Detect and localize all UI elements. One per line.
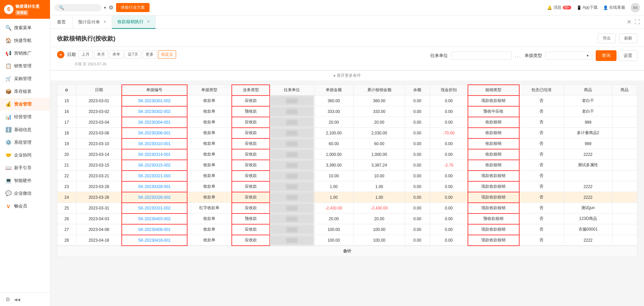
col-date[interactable]: 日期 [76, 85, 122, 96]
bill-no-link[interactable]: SK-20230301-002 [138, 99, 170, 103]
row-cash-discount: 0.00 [430, 171, 468, 181]
notification-btn[interactable]: 🔔 消息 99+ [547, 5, 571, 10]
row-partner: ████ [270, 96, 314, 106]
sidebar-item-search[interactable]: 🔍 搜索菜单 [0, 21, 50, 34]
industry-btn[interactable]: 体验行业方案 [116, 3, 150, 12]
col-include-cleared[interactable]: 包含已结清 [519, 85, 564, 96]
sidebar-item-basic[interactable]: ℹ️ 基础信息 [0, 123, 50, 136]
sidebar-item-wechat[interactable]: 💬 企业微信 [0, 187, 50, 200]
row-include-cleared: 否 [519, 235, 564, 246]
settings-icon[interactable]: ⚙ [5, 296, 10, 303]
row-cash-discount: 0.00 [430, 192, 468, 203]
bill-no-link[interactable]: SK-20230308-001 [138, 131, 170, 135]
row-goods [564, 171, 612, 181]
sidebar-item-inventory[interactable]: 📦 库存核算 [0, 85, 50, 98]
col-write-off-amount[interactable]: 累计核销金额 [354, 85, 405, 96]
online-service-btn[interactable]: 👤 在线客服 [603, 5, 625, 10]
tab-prepay[interactable]: 预计应付单 ✕ [73, 15, 112, 29]
filter-expand-btn[interactable]: » [57, 51, 64, 58]
sidebar-item-system[interactable]: ⚙️ 系统管理 [0, 136, 50, 149]
date-range-display: 不限 至 2023-07-26 [74, 61, 424, 67]
topbar-search[interactable]: 🔍 [54, 4, 101, 11]
sidebar-item-marketing[interactable]: 📢 营销推广 [0, 47, 50, 60]
sidebar-item-member[interactable]: V 畅会员 [0, 200, 50, 212]
date-btn-7days[interactable]: 近7天 [125, 50, 141, 59]
settings-btn[interactable]: 设置 [619, 50, 637, 61]
date-btn-custom[interactable]: 自定义 [158, 50, 176, 59]
bill-no-link[interactable]: SK-20230408-001 [138, 227, 170, 232]
sidebar-item-sales[interactable]: 📋 销售管理 [0, 60, 50, 72]
row-include-cleared: 否 [519, 117, 564, 128]
tab-prepay-close[interactable]: ✕ [103, 20, 106, 24]
col-write-off-type[interactable]: 核销类型 [468, 85, 519, 96]
partner-input[interactable] [451, 52, 512, 60]
row-no: 16 [57, 106, 76, 117]
export-btn[interactable]: 导出 [598, 34, 616, 43]
tab-collection[interactable]: 收款核销执行 ✕ [112, 15, 156, 29]
refresh-btn[interactable]: 刷新 [619, 34, 637, 43]
col-goods2[interactable]: 商品 [612, 85, 637, 96]
hardware-icon: 💻 [5, 178, 11, 184]
tab-expand-icon[interactable]: ⛶ [635, 19, 640, 25]
bill-no-link[interactable]: SK-20230304-001 [138, 120, 170, 125]
bill-no-link[interactable]: SK-20230315-002 [138, 163, 170, 168]
topbar-dropdown[interactable]: ▾ [104, 5, 106, 10]
table-row: 21 2023-03-15 SK-20230315-002 收款单 应收款 ██… [57, 160, 637, 171]
bill-no-link[interactable]: SK-20230302-002 [138, 109, 170, 114]
row-include-cleared: 否 [519, 192, 564, 203]
row-bill-type: 收款单 [187, 149, 232, 160]
sidebar-item-guide[interactable]: 📖 新手引导 [0, 162, 50, 174]
collapse-icon[interactable]: ◀◀ [14, 297, 20, 302]
date-btn-last-month[interactable]: 上月 [78, 50, 93, 59]
sidebar-item-finance[interactable]: 💰 资金管理 [0, 98, 50, 111]
col-bill-no[interactable]: 单据编号 [122, 85, 187, 96]
bill-type-select[interactable]: ▾ [545, 52, 592, 60]
bill-no-link[interactable]: SK-20230331-002 [138, 206, 170, 210]
row-cash-discount: 0.00 [430, 117, 468, 128]
sidebar-item-quicknav[interactable]: 🏠 快捷导航 [0, 34, 50, 47]
topbar-gear-icon[interactable]: ⚙ [109, 4, 113, 11]
sidebar: 6 畅捷通好生意 标推版 🔍 搜索菜单 🏠 快捷导航 📢 营销推广 📋 销售管理… [0, 0, 50, 306]
col-balance[interactable]: 余额 [405, 85, 430, 96]
guide-icon: 📖 [5, 165, 11, 171]
col-cash-discount[interactable]: 现金折扣 [430, 85, 468, 96]
col-settings[interactable]: ⚙ [57, 85, 76, 96]
date-btn-this-month[interactable]: 本月 [94, 50, 108, 59]
row-bill-no: SK-20230315-002 [122, 160, 187, 171]
sidebar-item-purchase[interactable]: 🛒 采购管理 [0, 72, 50, 85]
sidebar-item-corp[interactable]: 🤝 企业协同 [0, 149, 50, 162]
table-row: 27 2023-04-08 SK-20230408-001 收款单 应收款 ██… [57, 224, 637, 235]
sidebar-label-basic: 基础信息 [14, 127, 32, 133]
row-biz-type: 应收款 [232, 149, 270, 160]
logo-text-block: 畅捷通好生意 标推版 [15, 4, 40, 15]
marketing-icon: 📢 [5, 50, 11, 56]
col-bill-amount[interactable]: 单据金额 [314, 85, 354, 96]
sidebar-label-system: 系统管理 [14, 139, 32, 145]
sidebar-item-hardware[interactable]: 💻 智能硬件 [0, 174, 50, 187]
col-partner[interactable]: 往来单位 [270, 85, 314, 96]
bill-no-link[interactable]: SK-20230314-001 [138, 152, 170, 157]
col-bill-type[interactable]: 单据类型 [187, 85, 232, 96]
bill-no-link[interactable]: SK-20230328-002 [138, 195, 170, 200]
sidebar-item-business[interactable]: 📊 经营管理 [0, 111, 50, 123]
col-biz-type[interactable]: 业务类型 [232, 85, 270, 96]
user-avatar[interactable]: Rit [631, 3, 640, 12]
date-btn-more[interactable]: 更多 [143, 50, 157, 59]
tab-home[interactable]: 首页 [50, 15, 73, 29]
tab-close-all-icon[interactable]: ✕ [627, 19, 631, 25]
app-download-btn[interactable]: 📱 App下载 [577, 5, 598, 10]
date-btn-this-year[interactable]: 本年 [109, 50, 123, 59]
bill-no-link[interactable]: SK-20230328-001 [138, 184, 170, 189]
bill-no-link[interactable]: SK-20230418-001 [138, 238, 170, 243]
bill-no-link[interactable]: SK-20230310-001 [138, 141, 170, 146]
row-biz-type: 应收款 [232, 181, 270, 192]
query-btn[interactable]: 查询 [596, 50, 616, 61]
tab-collection-close[interactable]: ✕ [147, 19, 150, 24]
table-row: 20 2023-03-14 SK-20230314-001 收款单 应收款 ██… [57, 149, 637, 160]
bill-no-link[interactable]: SK-20230321-003 [138, 174, 170, 178]
row-cash-discount: 0.00 [430, 106, 468, 117]
bill-no-link[interactable]: SK-20230403-002 [138, 217, 170, 221]
row-write-off-amount: 20.00 [354, 213, 405, 224]
col-goods[interactable]: 商品 [564, 85, 612, 96]
expand-more-btn[interactable]: ▾ 展开更多条件 [50, 70, 644, 80]
